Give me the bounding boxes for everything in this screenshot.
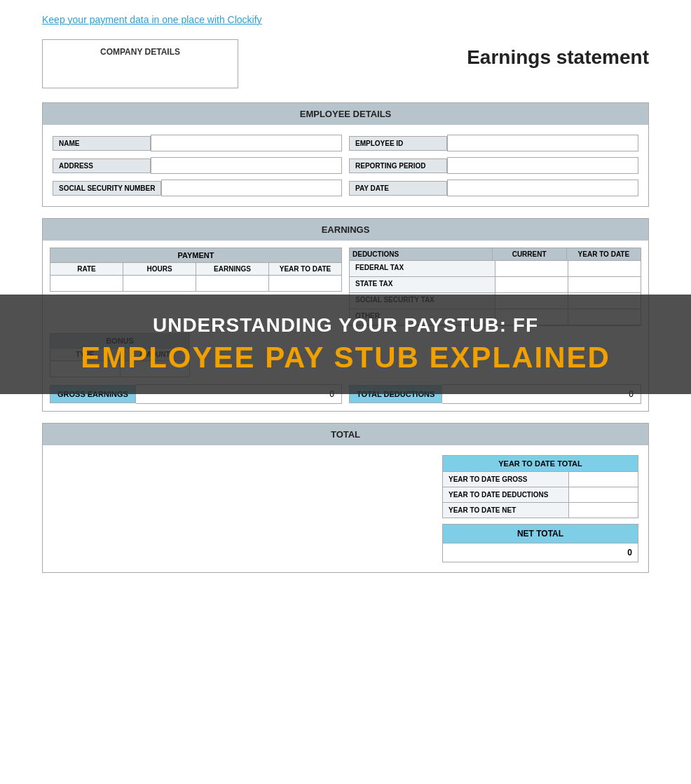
ytd-net-row: YEAR TO DATE NET xyxy=(442,502,638,518)
ded-current-federal xyxy=(495,261,568,276)
payment-hours-cell xyxy=(123,276,196,291)
employee-id-label: EMPLOYEE ID xyxy=(349,136,447,151)
name-field-row: NAME xyxy=(53,135,342,151)
company-details-label: COMPANY DETAILS xyxy=(50,47,231,57)
ytd-deductions-row: YEAR TO DATE DEDUCTIONS xyxy=(442,487,638,502)
reporting-period-field-row: REPORTING PERIOD xyxy=(349,157,638,174)
ded-row-state: STATE TAX xyxy=(350,277,641,293)
reporting-period-label: REPORTING PERIOD xyxy=(349,158,447,173)
header-row: COMPANY DETAILS Earnings statement xyxy=(42,39,649,88)
pay-date-field-row: PAY DATE xyxy=(349,180,638,196)
address-field-row: ADDRESS xyxy=(53,157,342,174)
payment-sub-header: PAYMENT xyxy=(50,248,342,262)
ytd-total-header: YEAR TO DATE TOTAL xyxy=(442,455,638,471)
earnings-title: Earnings statement xyxy=(467,39,649,69)
ytd-gross-row: YEAR TO DATE GROSS xyxy=(442,471,638,487)
ded-ytd-federal xyxy=(568,261,641,276)
payment-col-headers: RATE HOURS EARNINGS YEAR TO DATE xyxy=(50,262,342,275)
payment-data-row xyxy=(50,275,342,292)
ssn-value xyxy=(161,180,342,196)
ded-col-h-current: CURRENT xyxy=(493,248,567,260)
employee-id-value xyxy=(447,135,638,151)
ytd-table: YEAR TO DATE TOTAL YEAR TO DATE GROSS YE… xyxy=(442,455,638,562)
top-link-container: Keep your payment data in one place with… xyxy=(0,0,691,39)
ytd-net-value xyxy=(569,503,638,518)
ded-label-federal: FEDERAL TAX xyxy=(350,261,495,276)
net-total-header: NET TOTAL xyxy=(442,524,638,543)
employee-details-grid: NAME ADDRESS SOCIAL SECURITY NUMBER EMPL… xyxy=(43,125,648,206)
ytd-deductions-value xyxy=(569,487,638,502)
ded-col-h-ytd: YEAR TO DATE xyxy=(567,248,641,260)
name-value xyxy=(151,135,342,151)
ytd-gross-value xyxy=(569,472,638,487)
ssn-label: SOCIAL SECURITY NUMBER xyxy=(53,181,161,196)
address-value xyxy=(151,157,342,174)
overlay-line2: EMPLOYEE PAY STUB EXPLAINED xyxy=(14,341,677,374)
earnings-header: EARNINGS xyxy=(43,219,648,241)
ded-label-state: STATE TAX xyxy=(350,277,495,292)
payment-col-rate: RATE xyxy=(50,263,123,275)
ded-col-h-deductions: DEDUCTIONS xyxy=(350,248,493,260)
ded-row-federal: FEDERAL TAX xyxy=(350,261,641,277)
name-label: NAME xyxy=(53,136,151,151)
employee-fields-right: EMPLOYEE ID REPORTING PERIOD PAY DATE xyxy=(349,135,638,196)
payment-earnings-cell xyxy=(196,276,269,291)
employee-details-header: EMPLOYEE DETAILS xyxy=(43,103,648,125)
total-header: TOTAL xyxy=(43,424,648,445)
deductions-col-headers: DEDUCTIONS CURRENT YEAR TO DATE xyxy=(349,248,641,260)
overlay-line1: UNDERSTANDING YOUR PAYSTUB: FF xyxy=(14,314,677,337)
ssn-field-row: SOCIAL SECURITY NUMBER xyxy=(53,180,342,196)
employee-id-field-row: EMPLOYEE ID xyxy=(349,135,638,151)
ytd-deductions-label: YEAR TO DATE DEDUCTIONS xyxy=(443,487,569,502)
total-inner: YEAR TO DATE TOTAL YEAR TO DATE GROSS YE… xyxy=(43,445,648,572)
pay-date-value xyxy=(447,180,638,196)
net-total-value: 0 xyxy=(442,543,638,562)
payment-col-hours: HOURS xyxy=(123,263,196,275)
employee-fields-left: NAME ADDRESS SOCIAL SECURITY NUMBER xyxy=(53,135,342,196)
ytd-gross-label: YEAR TO DATE GROSS xyxy=(443,472,569,487)
payment-ytd-cell xyxy=(269,276,341,291)
address-label: ADDRESS xyxy=(53,158,151,173)
reporting-period-value xyxy=(447,157,638,174)
payment-rate-cell xyxy=(50,276,123,291)
pay-date-label: PAY DATE xyxy=(349,181,447,196)
payment-col-earnings: EARNINGS xyxy=(196,263,269,275)
employee-details-section: EMPLOYEE DETAILS NAME ADDRESS SOCIAL SEC… xyxy=(42,102,649,207)
clockify-link[interactable]: Keep your payment data in one place with… xyxy=(42,14,262,25)
company-details-box: COMPANY DETAILS xyxy=(42,39,238,88)
overlay-banner: UNDERSTANDING YOUR PAYSTUB: FF EMPLOYEE … xyxy=(0,295,691,394)
payment-col-ytd: YEAR TO DATE xyxy=(269,263,341,275)
ded-ytd-state xyxy=(568,277,641,292)
ded-current-state xyxy=(495,277,568,292)
ytd-net-label: YEAR TO DATE NET xyxy=(443,503,569,518)
total-section: TOTAL YEAR TO DATE TOTAL YEAR TO DATE GR… xyxy=(42,423,649,573)
